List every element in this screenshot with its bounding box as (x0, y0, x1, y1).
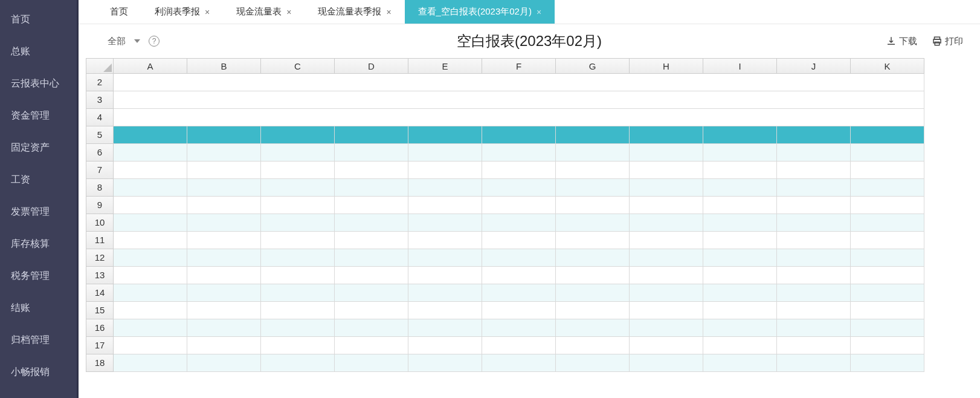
cell[interactable] (114, 109, 187, 126)
cell[interactable] (556, 126, 630, 144)
cell[interactable] (556, 74, 630, 91)
cell[interactable] (408, 197, 482, 214)
cell[interactable] (630, 284, 703, 302)
cell[interactable] (408, 232, 482, 249)
cell[interactable] (408, 74, 482, 91)
cell[interactable] (703, 267, 777, 284)
cell[interactable] (482, 302, 556, 319)
cell[interactable] (556, 249, 630, 267)
cell[interactable] (777, 91, 851, 109)
cell[interactable] (482, 319, 556, 337)
cell[interactable] (408, 267, 482, 284)
cell[interactable] (630, 249, 703, 267)
tab-home[interactable]: 首页 (97, 0, 141, 24)
cell[interactable] (851, 232, 924, 249)
cell[interactable] (187, 91, 261, 109)
cell[interactable] (261, 109, 335, 126)
close-icon[interactable]: × (386, 7, 391, 17)
sidebar-item-inventory[interactable]: 库存核算 (0, 228, 79, 260)
column-header[interactable]: K (851, 58, 924, 74)
cell[interactable] (187, 214, 261, 232)
cell[interactable] (777, 267, 851, 284)
cell[interactable] (703, 232, 777, 249)
cell[interactable] (187, 354, 261, 372)
cell[interactable] (335, 91, 408, 109)
cell[interactable] (335, 284, 408, 302)
tab-profit-quarterly[interactable]: 利润表季报× (141, 0, 223, 24)
cell[interactable] (408, 109, 482, 126)
cell[interactable] (187, 126, 261, 144)
row-header[interactable]: 6 (86, 144, 114, 161)
cell[interactable] (482, 267, 556, 284)
row-header[interactable]: 2 (86, 74, 114, 91)
sidebar-item-funds[interactable]: 资金管理 (0, 100, 79, 132)
row-header[interactable]: 3 (86, 91, 114, 109)
cell[interactable] (630, 354, 703, 372)
cell[interactable] (851, 161, 924, 179)
cell[interactable] (114, 302, 187, 319)
cell[interactable] (261, 249, 335, 267)
cell[interactable] (114, 161, 187, 179)
cell[interactable] (851, 144, 924, 161)
cell[interactable] (777, 337, 851, 354)
cell[interactable] (187, 232, 261, 249)
cell[interactable] (703, 337, 777, 354)
cell[interactable] (703, 109, 777, 126)
cell[interactable] (556, 302, 630, 319)
cell[interactable] (482, 126, 556, 144)
cell[interactable] (482, 232, 556, 249)
cell[interactable] (777, 109, 851, 126)
cell[interactable] (482, 109, 556, 126)
cell[interactable] (703, 74, 777, 91)
cell[interactable] (630, 144, 703, 161)
print-button[interactable]: 打印 (932, 36, 963, 47)
column-header[interactable]: G (556, 58, 630, 74)
cell[interactable] (482, 284, 556, 302)
cell[interactable] (703, 249, 777, 267)
column-header[interactable]: J (777, 58, 851, 74)
row-header[interactable]: 17 (86, 337, 114, 354)
cell[interactable] (851, 319, 924, 337)
cell[interactable] (556, 179, 630, 197)
cell[interactable] (777, 232, 851, 249)
cell[interactable] (777, 161, 851, 179)
sidebar-item-cloud-reports[interactable]: 云报表中心 (0, 68, 79, 100)
cell[interactable] (851, 74, 924, 91)
cell[interactable] (187, 267, 261, 284)
cell[interactable] (482, 214, 556, 232)
cell[interactable] (408, 161, 482, 179)
cell[interactable] (777, 197, 851, 214)
sidebar-item-fixed-assets[interactable]: 固定资产 (0, 132, 79, 164)
cell[interactable] (114, 267, 187, 284)
row-header[interactable]: 11 (86, 232, 114, 249)
row-header[interactable]: 13 (86, 267, 114, 284)
cell[interactable] (408, 354, 482, 372)
cell[interactable] (482, 161, 556, 179)
cell[interactable] (187, 74, 261, 91)
cell[interactable] (703, 214, 777, 232)
cell[interactable] (335, 354, 408, 372)
cell[interactable] (703, 319, 777, 337)
cell[interactable] (187, 302, 261, 319)
cell[interactable] (261, 126, 335, 144)
cell[interactable] (482, 144, 556, 161)
cell[interactable] (114, 232, 187, 249)
cell[interactable] (777, 144, 851, 161)
cell[interactable] (114, 144, 187, 161)
cell[interactable] (777, 249, 851, 267)
cell[interactable] (335, 144, 408, 161)
tab-cashflow-quarterly[interactable]: 现金流量表季报× (305, 0, 404, 24)
cell[interactable] (335, 319, 408, 337)
column-header[interactable]: C (261, 58, 335, 74)
filter-dropdown[interactable]: 全部 ? (108, 36, 160, 47)
cell[interactable] (777, 126, 851, 144)
sidebar-item-archive[interactable]: 归档管理 (0, 324, 79, 356)
cell[interactable] (851, 109, 924, 126)
cell[interactable] (261, 267, 335, 284)
cell[interactable] (335, 232, 408, 249)
row-header[interactable]: 12 (86, 249, 114, 267)
row-header[interactable]: 18 (86, 354, 114, 372)
cell[interactable] (408, 319, 482, 337)
cell[interactable] (335, 179, 408, 197)
cell[interactable] (556, 284, 630, 302)
